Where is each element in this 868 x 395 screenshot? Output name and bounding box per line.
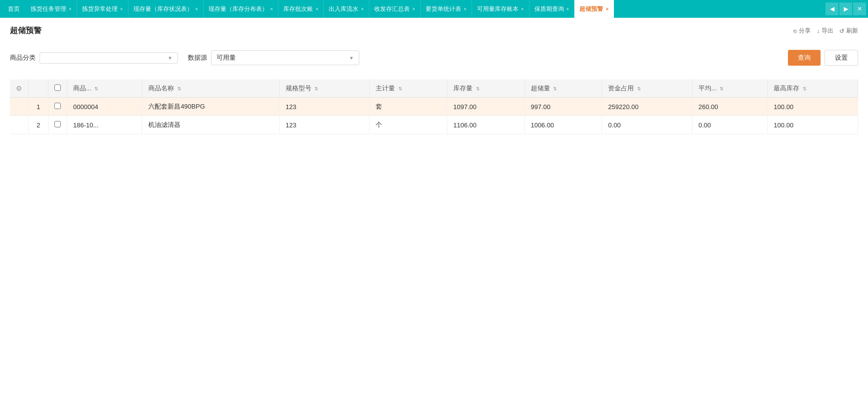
row-capital: 259220.00 bbox=[602, 98, 693, 116]
nav-tab-label-2: 现存量（库存状况表） bbox=[133, 5, 193, 13]
top-navigation: 首页 拣货任务管理 × 拣货异常处理 × 现存量（库存状况表） × 现存量（库存… bbox=[0, 0, 868, 18]
nav-tab-5[interactable]: 出入库流水 × bbox=[324, 0, 369, 18]
refresh-button[interactable]: ↺ 刷新 bbox=[839, 27, 858, 35]
select-all-checkbox[interactable] bbox=[54, 84, 61, 91]
nav-tab-label-1: 拣货异常处理 bbox=[82, 5, 118, 13]
table-header-row: ⚙ 商品... ⇅ 商品名称 ⇅ 规格型号 ⇅ bbox=[10, 79, 858, 98]
row-spec: 123 bbox=[279, 116, 370, 134]
th-goods-name-label: 商品名称 bbox=[148, 84, 174, 92]
nav-tab-4[interactable]: 库存批次账 × bbox=[278, 0, 324, 18]
nav-tab-3[interactable]: 现存量（库存分布表） × bbox=[204, 0, 279, 18]
th-spec[interactable]: 规格型号 ⇅ bbox=[279, 79, 370, 98]
export-button[interactable]: ↓ 导出 bbox=[817, 27, 833, 35]
th-capital[interactable]: 资金占用 ⇅ bbox=[602, 79, 693, 98]
nav-tab-8[interactable]: 可用量库存账本 × bbox=[472, 0, 529, 18]
nav-tab-9[interactable]: 保质期查询 × bbox=[529, 0, 575, 18]
sort-icon-spec: ⇅ bbox=[314, 86, 318, 91]
nav-tab-close-0[interactable]: × bbox=[69, 6, 72, 12]
row-capital: 0.00 bbox=[602, 116, 693, 134]
category-select[interactable]: ▼ bbox=[40, 52, 178, 64]
nav-tab-7[interactable]: 要货单统计表 × bbox=[421, 0, 472, 18]
category-filter-label: 商品分类 bbox=[10, 53, 36, 62]
nav-tab-label-5: 出入库流水 bbox=[329, 5, 358, 13]
th-avg-label: 平均... bbox=[698, 84, 717, 92]
header-actions: ⎋ 分享 ↓ 导出 ↺ 刷新 bbox=[793, 27, 858, 35]
row-settings-cell bbox=[10, 98, 29, 116]
nav-tab-label-10: 超储预警 bbox=[579, 5, 603, 13]
nav-tab-close-6[interactable]: × bbox=[412, 6, 415, 12]
nav-tab-0[interactable]: 拣货任务管理 × bbox=[26, 0, 77, 18]
settings-button[interactable]: 设置 bbox=[825, 50, 858, 66]
share-icon: ⎋ bbox=[793, 28, 797, 35]
datasource-select[interactable]: 可用量 ▼ bbox=[211, 50, 359, 65]
th-settings: ⚙ bbox=[10, 79, 29, 98]
row-checkbox[interactable] bbox=[54, 121, 61, 127]
nav-tab-close-2[interactable]: × bbox=[195, 6, 198, 12]
export-icon: ↓ bbox=[817, 28, 820, 35]
table-row: 2 186-10... 机油滤清器 123 个 1106.00 1006.00 … bbox=[10, 116, 858, 134]
th-goods-name[interactable]: 商品名称 ⇅ bbox=[142, 79, 279, 98]
nav-tab-label-4: 库存批次账 bbox=[283, 5, 313, 13]
settings-gear-icon[interactable]: ⚙ bbox=[16, 84, 22, 92]
row-checkbox-cell[interactable] bbox=[48, 116, 67, 134]
sort-icon-max-stock: ⇅ bbox=[803, 86, 807, 91]
th-spec-label: 规格型号 bbox=[286, 84, 311, 92]
th-max-stock[interactable]: 最高库存 ⇅ bbox=[768, 79, 858, 98]
refresh-label: 刷新 bbox=[846, 27, 858, 35]
row-unit: 套 bbox=[370, 98, 447, 116]
filter-bar: 商品分类 ▼ 数据源 可用量 ▼ 查询 设置 bbox=[10, 44, 858, 72]
nav-tab-label-7: 要货单统计表 bbox=[426, 5, 461, 13]
share-button[interactable]: ⎋ 分享 bbox=[793, 27, 811, 35]
data-table: ⚙ 商品... ⇅ 商品名称 ⇅ 规格型号 ⇅ bbox=[10, 79, 858, 134]
th-overstock[interactable]: 超储量 ⇅ bbox=[524, 79, 602, 98]
nav-home[interactable]: 首页 bbox=[2, 0, 26, 18]
datasource-select-value: 可用量 bbox=[217, 53, 236, 62]
th-goods-code-label: 商品... bbox=[73, 84, 91, 92]
nav-tab-close-4[interactable]: × bbox=[315, 6, 318, 12]
row-max-stock: 100.00 bbox=[768, 98, 858, 116]
th-avg[interactable]: 平均... ⇅ bbox=[692, 79, 767, 98]
th-stock-label: 库存量 bbox=[453, 84, 473, 92]
th-unit[interactable]: 主计量 ⇅ bbox=[370, 79, 447, 98]
nav-tab-close-10[interactable]: × bbox=[606, 6, 608, 12]
row-stock: 1106.00 bbox=[447, 116, 524, 134]
row-goods-code: 0000004 bbox=[67, 98, 142, 116]
nav-tab-close-1[interactable]: × bbox=[120, 6, 123, 12]
th-stock[interactable]: 库存量 ⇅ bbox=[447, 79, 524, 98]
refresh-icon: ↺ bbox=[839, 28, 844, 35]
sort-icon-overstock: ⇅ bbox=[553, 86, 557, 91]
page-title: 超储预警 bbox=[10, 26, 42, 36]
row-overstock: 1006.00 bbox=[524, 116, 602, 134]
sort-icon-goods-code: ⇅ bbox=[94, 86, 98, 91]
nav-tab-close-7[interactable]: × bbox=[464, 6, 467, 12]
nav-tab-close-8[interactable]: × bbox=[521, 6, 524, 12]
nav-tab-label-0: 拣货任务管理 bbox=[31, 5, 66, 13]
nav-tab-6[interactable]: 收发存汇总表 × bbox=[369, 0, 421, 18]
nav-tab-close-9[interactable]: × bbox=[566, 6, 569, 12]
nav-tab-close-5[interactable]: × bbox=[361, 6, 364, 12]
nav-tab-close-3[interactable]: × bbox=[270, 6, 273, 12]
row-overstock: 997.00 bbox=[524, 98, 602, 116]
nav-next-button[interactable]: ▶ bbox=[839, 2, 852, 15]
row-max-stock: 100.00 bbox=[768, 116, 858, 134]
nav-tab-label-9: 保质期查询 bbox=[534, 5, 564, 13]
share-label: 分享 bbox=[799, 27, 811, 35]
nav-tab-10[interactable]: 超储预警 × bbox=[574, 0, 614, 18]
th-goods-code[interactable]: 商品... ⇅ bbox=[67, 79, 142, 98]
nav-close-button[interactable]: ✕ bbox=[853, 2, 866, 15]
row-goods-name: 六配套新昌490BPG bbox=[142, 98, 279, 116]
row-checkbox-cell[interactable] bbox=[48, 98, 67, 116]
datasource-filter-label: 数据源 bbox=[188, 53, 207, 62]
row-index: 2 bbox=[29, 116, 48, 134]
nav-arrows: ◀ ▶ ✕ bbox=[825, 2, 866, 15]
nav-tab-1[interactable]: 拣货异常处理 × bbox=[77, 0, 129, 18]
th-max-stock-label: 最高库存 bbox=[774, 84, 799, 92]
query-button[interactable]: 查询 bbox=[788, 50, 821, 66]
row-avg: 0.00 bbox=[692, 116, 767, 134]
nav-tab-label-6: 收发存汇总表 bbox=[374, 5, 410, 13]
row-settings-cell bbox=[10, 116, 29, 134]
chevron-down-icon: ▼ bbox=[168, 55, 173, 61]
nav-tab-2[interactable]: 现存量（库存状况表） × bbox=[129, 0, 204, 18]
nav-prev-button[interactable]: ◀ bbox=[825, 2, 838, 15]
row-checkbox[interactable] bbox=[54, 103, 61, 109]
